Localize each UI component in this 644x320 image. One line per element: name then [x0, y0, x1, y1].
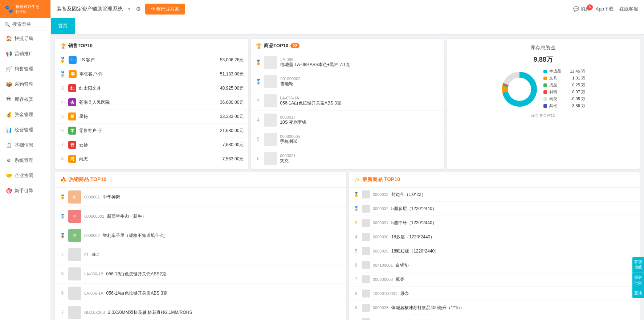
- system-title: 装备及固定资产辅助管理系统: [57, 6, 123, 12]
- hot-item-6[interactable]: 6 LA-056-1A 056-1A白色按键开关盖ABS 3克: [55, 284, 346, 303]
- avatar-4: 杏: [68, 98, 76, 106]
- app-logo: 🐾 畅捷通好生意 标准版: [0, 0, 50, 18]
- hot-item-4[interactable]: 4 01 45#: [55, 245, 346, 264]
- sidebar-item-collab[interactable]: 🤝 企业协同: [0, 168, 50, 183]
- customer-amount-1: 53,006.26元: [220, 57, 244, 63]
- sidebar-item-system[interactable]: ⚙ 系统管理: [0, 153, 50, 168]
- product-item-7[interactable]: 7 LA-59651-1B 59651-1B旋转投影灯电池盒ABS黑色+58克: [251, 168, 444, 169]
- new-item-3[interactable]: 3 0000031 5厘中纤（1220*2440）: [349, 216, 640, 230]
- new-products-panel: ✨ 最新商品 TOP10 🥇 0000033 封边带（1.0*22） 🥈 000…: [349, 172, 640, 320]
- new-img-6: [362, 261, 370, 269]
- svg-rect-20: [68, 267, 81, 280]
- sales-item-3[interactable]: 3 红 红太阳文具 40,925.00元: [55, 81, 248, 95]
- new-item-4[interactable]: 4 0000030 18多层（1220*2440）: [349, 230, 640, 244]
- finance-icon: 💰: [6, 112, 12, 118]
- product-item-5[interactable]: 5 000800005 手机测试: [251, 130, 444, 149]
- app-download-link[interactable]: App下载: [596, 6, 614, 12]
- sales-item-1[interactable]: 🥇 L LS 客户 53,006.26元: [55, 53, 248, 67]
- legend-item-finished: 成品 0.25 万: [543, 82, 585, 88]
- new-item-9[interactable]: 9 0000028 体碱嘉核味苏打饮品400毫升（1*15）: [349, 301, 640, 315]
- donut-chart: [501, 71, 538, 107]
- hot-products-header: 🔥 热销商品 TOP10: [55, 172, 346, 188]
- product-item-1[interactable]: 🥇 LA-089 电池盖 LA-089 ABS本色+黑种 7.1克: [251, 53, 444, 72]
- customer-name-7: 云扬: [79, 142, 220, 148]
- product-img-4: [264, 114, 277, 127]
- trophy-icon-products: 🏆: [256, 43, 262, 49]
- sidebar-item-inventory[interactable]: 🏛 库存核算: [0, 92, 50, 107]
- rank-7: 7: [60, 142, 65, 147]
- avatar-7: 云: [68, 141, 76, 149]
- product-info-5: 000800005 手机测试: [280, 134, 439, 145]
- product-item-3[interactable]: 3 LA-056-1A 056-1A白色按键开关盖ABS 3克: [251, 91, 444, 111]
- product-item-4[interactable]: 4 0000017 10S 变刹罗锅: [251, 111, 444, 130]
- hot-item-3[interactable]: 🥉 猪 0000002 智利车子里（规格不知道填什么）: [55, 226, 346, 245]
- app-version: 标准版: [16, 9, 40, 14]
- svg-rect-4: [266, 135, 274, 143]
- new-icon: ✨: [354, 177, 360, 182]
- customer-amount-6: 21,680.00元: [220, 128, 244, 134]
- sidebar-item-basic-info[interactable]: 📋 基础信息: [0, 138, 50, 153]
- product-item-6[interactable]: 6 0000021 夹克: [251, 149, 444, 168]
- hot-item-2[interactable]: 🥈 牛 000500001 新西兰牛肉（新牛）: [55, 207, 346, 226]
- basic-info-icon: 📋: [6, 142, 12, 148]
- product-info-1: LA-089 电池盖 LA-089 ABS本色+黑种 7.1克: [280, 57, 439, 68]
- hot-item-5[interactable]: 5 LA-056-1B 056-1B白色按键开关壳ABS2克: [55, 264, 346, 284]
- sales-item-2[interactable]: 🥈 零 零售客户-许 51,183.00元: [55, 67, 248, 81]
- new-item-5[interactable]: 5 0000029 18颗粒板（1220*2440）: [349, 244, 640, 258]
- new-img-9: [362, 304, 370, 312]
- new-item-1[interactable]: 🥇 0000033 封边带（1.0*22）: [349, 188, 640, 202]
- new-item-8[interactable]: 8 10000100001 原壶: [349, 287, 640, 301]
- online-service-link[interactable]: 在线客服: [619, 6, 638, 12]
- hot-rank-medal-3: 🥉: [60, 233, 65, 238]
- svg-rect-30: [362, 261, 370, 269]
- products-list: 🥇 LA-089 电池盖 LA-089 ABS本色+黑种 7.1克 🥈: [251, 53, 444, 169]
- hot-img-7: [68, 306, 81, 319]
- settings-icon[interactable]: ⚙: [136, 5, 141, 12]
- new-rank-4: 4: [353, 234, 359, 239]
- inventory-amount: 9.88万: [453, 53, 634, 64]
- inventory-legend: 半成品 12.45 万 文具 1.01 万 成品 0.25 万: [543, 69, 585, 110]
- rank-medal-2: 🥈: [60, 71, 66, 77]
- sidebar-item-sales[interactable]: 🛒 销售管理: [0, 61, 50, 77]
- hot-item-7[interactable]: 7 NB2.0X30B 2.0X30MM双搓花轴,搓花直径2.1MM/ROHS: [55, 303, 346, 320]
- avatar-1: L: [69, 56, 77, 64]
- cs-hotline[interactable]: 客服热线: [632, 257, 644, 272]
- dropdown-arrow-icon[interactable]: ▼: [127, 7, 131, 12]
- new-item-6[interactable]: 6 004100001 白钢垫: [349, 258, 640, 272]
- sales-item-5[interactable]: 5 星 星扬 33,333.00元: [55, 110, 248, 124]
- cs-live[interactable]: 直播: [632, 288, 644, 298]
- new-item-7[interactable]: 7 000800008 原壶: [349, 272, 640, 287]
- sidebar-item-operations[interactable]: 📊 经营管理: [0, 122, 50, 138]
- new-rank-3: 3: [353, 220, 359, 225]
- new-img-8: [362, 290, 370, 298]
- hot-item-1[interactable]: 🥇 肉 0000001 中华神鹅: [55, 188, 346, 207]
- cs-community[interactable]: 服务社区: [632, 272, 644, 288]
- product-item-2[interactable]: 🥈 001000002 雪地靴: [251, 72, 444, 91]
- product-img-1: [264, 56, 277, 69]
- product-info-2: 001000002 雪地靴: [280, 77, 439, 87]
- rank-4: 4: [60, 100, 65, 105]
- new-item-10[interactable]: 10 003800001 22g鱼豆腐-烧烤味（1*12*20）: [349, 315, 640, 320]
- trial-btn[interactable]: 体验行业方案: [145, 4, 185, 15]
- sidebar-item-finance[interactable]: 💰 资金管理: [0, 107, 50, 122]
- hot-rank-4: 4: [60, 252, 65, 257]
- marketing-icon: 📢: [6, 51, 12, 57]
- hot-img-4: [68, 248, 81, 261]
- search-menu[interactable]: 🔍 搜索菜单: [0, 18, 50, 31]
- sidebar-item-nav[interactable]: 🏠 快捷导航: [0, 31, 50, 46]
- new-item-2[interactable]: 🥈 0000032 5厘多层（1220*2440）: [349, 202, 640, 216]
- tab-home[interactable]: 首页: [51, 18, 75, 34]
- sales-item-4[interactable]: 4 杏 苍南县人民医院 36,600.00元: [55, 95, 248, 110]
- avatar-5: 星: [68, 112, 76, 120]
- sidebar-item-marketing[interactable]: 📢 营销推广: [0, 46, 50, 61]
- donut-chart-container: 半成品 12.45 万 文具 1.01 万 成品 0.25 万: [453, 69, 634, 110]
- product-rank-3: 3: [255, 98, 261, 103]
- new-rank-8: 8: [353, 291, 359, 296]
- inventory-icon: 🏛: [6, 97, 12, 102]
- sidebar-item-guide[interactable]: 🎯 新手引导: [0, 183, 50, 198]
- message-badge[interactable]: 💬 6 消息: [573, 6, 590, 12]
- sales-item-7[interactable]: 7 云 云扬 7,680.00元: [55, 138, 248, 152]
- sales-item-8[interactable]: 8 尚 尚态 7,563.00元: [55, 152, 248, 166]
- sidebar-item-purchase[interactable]: 📦 采购管理: [0, 77, 50, 92]
- sales-item-6[interactable]: 6 零 零售客户-于 21,680.00元: [55, 124, 248, 138]
